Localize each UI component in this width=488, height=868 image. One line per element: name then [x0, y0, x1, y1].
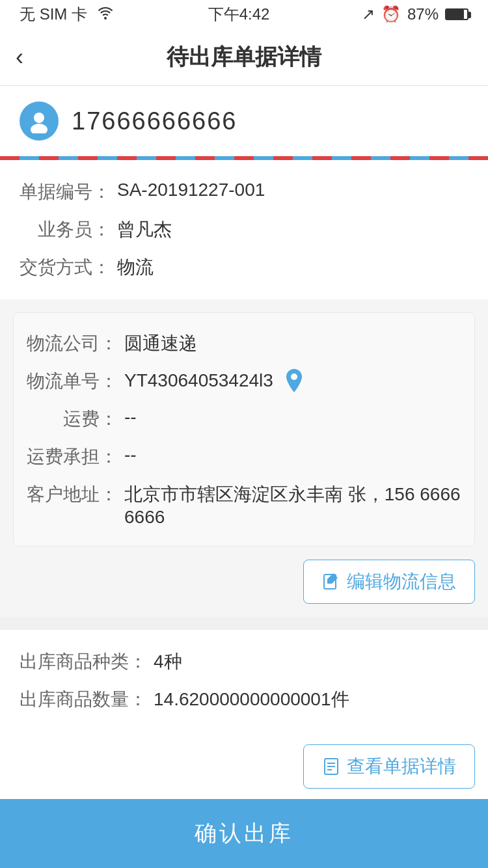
map-pin-icon[interactable]: [282, 369, 306, 392]
doc-no-value: SA-20191227-001: [117, 180, 468, 200]
wifi-icon: [95, 5, 116, 23]
status-bar: 无 SIM 卡 下午4:42 ↗ ⏰ 87%: [0, 0, 488, 29]
edit-icon: [322, 573, 340, 591]
goods-qty-label: 出库商品数量：: [20, 687, 147, 712]
time-label: 下午4:42: [208, 4, 270, 25]
goods-qty-value: 14.620000000000001件: [154, 687, 349, 712]
doc-no-label: 单据编号：: [20, 180, 111, 204]
freight-value: --: [124, 407, 461, 427]
carrier-label: 无 SIM 卡: [20, 4, 87, 25]
battery-icon: [445, 8, 468, 20]
logistics-card: 物流公司： 圆通速递 物流单号： YT43064053424l3 运费： -- …: [13, 312, 475, 547]
logistics-company-row: 物流公司： 圆通速递: [27, 331, 461, 356]
alarm-icon: ⏰: [381, 5, 401, 23]
nav-bar: ‹ 待出库单据详情: [0, 29, 488, 86]
battery-label: 87%: [407, 5, 439, 23]
goods-qty-row: 出库商品数量： 14.620000000000001件: [20, 687, 468, 712]
address-label: 客户地址：: [27, 482, 118, 507]
confirm-btn-label: 确认出库: [195, 821, 293, 845]
goods-section: 出库商品种类： 4种 出库商品数量： 14.620000000000001件: [0, 630, 488, 731]
address-value: 北京市市辖区海淀区永丰南 张，156 6666 6666: [124, 482, 461, 528]
view-detail-button[interactable]: 查看单据详情: [303, 744, 475, 789]
location-arrow-icon: ↗: [362, 5, 375, 23]
svg-point-2: [291, 373, 297, 380]
svg-point-0: [34, 113, 44, 123]
basic-info-section: 单据编号： SA-20191227-001 业务员： 曾凡杰 交货方式： 物流: [0, 160, 488, 299]
section-separator: [0, 617, 488, 630]
view-detail-btn-area: 查看单据详情: [0, 731, 488, 802]
delivery-row: 交货方式： 物流: [20, 255, 468, 280]
avatar: [20, 102, 59, 141]
confirm-btn-area[interactable]: 确认出库: [0, 799, 488, 868]
edit-logistics-label: 编辑物流信息: [347, 569, 456, 594]
delivery-label: 交货方式：: [20, 255, 111, 280]
freight-label: 运费：: [27, 407, 118, 431]
edit-logistics-button[interactable]: 编辑物流信息: [303, 560, 475, 604]
salesman-value: 曾凡杰: [117, 217, 468, 242]
tracking-row: 物流单号： YT43064053424l3: [27, 369, 461, 394]
view-detail-label: 查看单据详情: [347, 754, 456, 779]
logistics-company-label: 物流公司：: [27, 331, 118, 356]
salesman-row: 业务员： 曾凡杰: [20, 217, 468, 242]
tracking-number: YT43064053424l3: [124, 370, 273, 391]
edit-logistics-btn-area: 编辑物流信息: [0, 560, 488, 617]
address-row: 客户地址： 北京市市辖区海淀区永丰南 张，156 6666 6666: [27, 482, 461, 528]
header-section: 17666666666: [0, 86, 488, 156]
document-icon: [322, 757, 340, 776]
freight-bear-label: 运费承担：: [27, 444, 118, 469]
doc-no-row: 单据编号： SA-20191227-001: [20, 180, 468, 204]
page-title: 待出库单据详情: [167, 42, 321, 72]
logistics-company-value: 圆通速递: [124, 331, 461, 356]
delivery-value: 物流: [117, 255, 468, 280]
freight-row: 运费： --: [27, 407, 461, 431]
goods-type-row: 出库商品种类： 4种: [20, 649, 468, 674]
back-button[interactable]: ‹: [16, 44, 23, 71]
goods-type-value: 4种: [154, 649, 182, 674]
tracking-value-container: YT43064053424l3: [124, 369, 461, 392]
phone-number: 17666666666: [72, 107, 237, 135]
freight-bear-row: 运费承担： --: [27, 444, 461, 469]
goods-type-label: 出库商品种类：: [20, 649, 147, 674]
salesman-label: 业务员：: [20, 217, 111, 242]
tracking-label: 物流单号：: [27, 369, 118, 394]
svg-point-1: [31, 124, 47, 133]
status-left: 无 SIM 卡: [20, 4, 116, 25]
freight-bear-value: --: [124, 444, 461, 465]
status-right: ↗ ⏰ 87%: [362, 5, 468, 23]
